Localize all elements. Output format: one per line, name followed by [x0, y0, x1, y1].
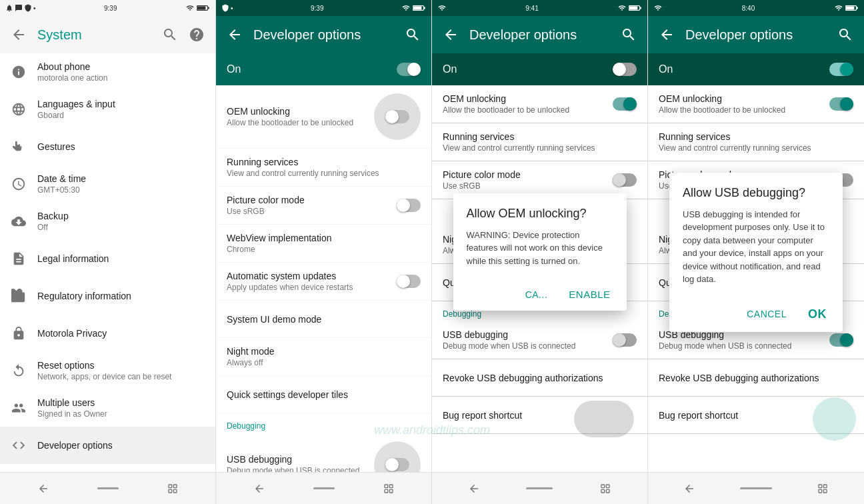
picture-color-toggle[interactable]	[397, 199, 421, 212]
settings-item-datetime[interactable]: Date & time GMT+05:30	[0, 165, 215, 203]
legal-icon	[11, 251, 27, 267]
clock-icon	[11, 176, 27, 192]
settings-item-system-updates[interactable]: System updates Updated to Android 9	[0, 464, 215, 472]
help-button-1[interactable]	[189, 27, 205, 43]
settings-list-1: About phone motorola one action Language…	[0, 53, 215, 472]
settings-item-developer[interactable]: Developer options	[0, 427, 215, 464]
settings-item-datetime-title: Date & time	[37, 173, 205, 184]
nav-recents-2[interactable]	[378, 478, 399, 499]
back-button-1[interactable]	[11, 27, 27, 43]
settings-item-users-title: Multiple users	[37, 397, 205, 408]
svg-rect-4	[173, 485, 177, 488]
app-bar-title-2: Developer options	[253, 27, 394, 43]
dev-row-webview[interactable]: WebView implementation Chrome	[216, 225, 431, 263]
nav-back-2[interactable]	[249, 478, 270, 499]
settings-item-backup-subtitle: Off	[37, 223, 205, 232]
settings-item-regulatory[interactable]: Regulatory information	[0, 277, 215, 315]
oem-dialog-backdrop: Allow OEM unlocking? WARNING: Device pro…	[432, 0, 647, 504]
settings-item-gestures[interactable]: Gestures	[0, 128, 215, 165]
panel-developer-oem-dialog: 9:41 Developer options On OEM unlockingA…	[432, 0, 648, 504]
usb-ok-button[interactable]: OK	[800, 302, 835, 327]
settings-item-languages[interactable]: Languages & input Gboard	[0, 91, 215, 128]
settings-item-motorola-privacy[interactable]: Motorola Privacy	[0, 315, 215, 352]
settings-item-about-phone[interactable]: About phone motorola one action	[0, 53, 215, 91]
nav-recents-1[interactable]	[162, 478, 183, 499]
settings-item-legal-content: Legal information	[37, 253, 205, 264]
motorola-icon	[11, 325, 27, 341]
bottom-nav-1	[0, 472, 215, 504]
auto-updates-toggle-thumb	[397, 275, 410, 288]
settings-item-backup-content: Backup Off	[37, 211, 205, 232]
vpn-icon-1	[24, 4, 32, 12]
dot-1: •	[33, 5, 36, 12]
settings-item-legal[interactable]: Legal information	[0, 240, 215, 277]
settings-item-reset-title: Reset options	[37, 360, 205, 371]
panel-system-settings: • 9:39 System About phone motorola o	[0, 0, 216, 504]
status-left-icons-2: •	[221, 4, 233, 12]
settings-item-backup-title: Backup	[37, 211, 205, 221]
dev-row-oem-subtitle: Allow the bootloader to be unlocked	[227, 118, 374, 127]
oem-toggle[interactable]	[385, 110, 409, 123]
dev-row-oem[interactable]: OEM unlocking Allow the bootloader to be…	[216, 85, 431, 149]
developer-toggle-2[interactable]	[397, 63, 421, 76]
on-row-2[interactable]: On	[216, 53, 431, 85]
picture-color-toggle-thumb	[397, 199, 410, 212]
dev-row-quick-tiles[interactable]: Quick settings developer tiles	[216, 376, 431, 413]
backup-icon	[11, 213, 27, 229]
battery-icon-1	[197, 4, 210, 12]
settings-item-gestures-content: Gestures	[37, 141, 205, 152]
svg-rect-12	[385, 489, 388, 493]
dev-row-oem-content: OEM unlocking Allow the bootloader to be…	[227, 106, 374, 127]
developer-options-list: OEM unlocking Allow the bootloader to be…	[216, 85, 431, 472]
dev-row-picture-color-subtitle: Use sRGB	[227, 207, 397, 216]
settings-item-about-phone-title: About phone	[37, 61, 205, 72]
settings-item-developer-title: Developer options	[37, 440, 205, 451]
nav-home-1[interactable]	[97, 487, 119, 489]
dev-row-usb-debug-content: USB debugging Debug mode when USB is con…	[227, 454, 374, 472]
nav-home-2[interactable]	[313, 487, 335, 489]
dev-row-picture-color[interactable]: Picture color mode Use sRGB	[216, 187, 431, 225]
svg-rect-11	[389, 485, 393, 488]
settings-item-developer-content: Developer options	[37, 440, 205, 451]
nav-back-1[interactable]	[33, 478, 54, 499]
toggle-thumb-2	[407, 63, 421, 76]
oem-enable-button[interactable]: Enable	[561, 283, 618, 305]
debugging-section-header: Debugging	[216, 413, 431, 433]
settings-item-backup[interactable]: Backup Off	[0, 203, 215, 240]
usb-dialog-body: USB debugging is intended for developmen…	[669, 208, 843, 297]
dev-row-night-mode[interactable]: Night mode Always off	[216, 338, 431, 376]
dev-row-ui-demo[interactable]: System UI demo mode	[216, 301, 431, 338]
enable-circle-highlight	[574, 401, 634, 437]
bottom-nav-2	[216, 472, 431, 504]
on-label-2: On	[227, 63, 397, 75]
auto-updates-toggle[interactable]	[397, 275, 421, 288]
oem-cancel-button[interactable]: Ca...	[517, 283, 556, 305]
search-button-1[interactable]	[162, 27, 178, 43]
usb-cancel-button[interactable]: Cancel	[739, 302, 795, 327]
settings-item-users[interactable]: Multiple users Signed in as Owner	[0, 389, 215, 427]
svg-rect-2	[197, 7, 206, 10]
search-button-2[interactable]	[405, 27, 421, 43]
settings-item-languages-subtitle: Gboard	[37, 111, 205, 120]
dev-row-night-mode-subtitle: Always off	[227, 358, 421, 367]
dev-row-quick-tiles-title: Quick settings developer tiles	[227, 389, 421, 400]
settings-item-motorola-privacy-content: Motorola Privacy	[37, 328, 205, 339]
back-button-2[interactable]	[227, 27, 243, 43]
dev-row-running[interactable]: Running services View and control curren…	[216, 149, 431, 187]
svg-rect-13	[389, 489, 393, 493]
dev-row-auto-updates[interactable]: Automatic system updates Apply updates w…	[216, 263, 431, 301]
dev-row-usb-debug[interactable]: USB debugging Debug mode when USB is con…	[216, 433, 431, 472]
settings-item-reset[interactable]: Reset options Network, apps, or device c…	[0, 352, 215, 389]
dev-row-oem-title: OEM unlocking	[227, 106, 374, 117]
dev-row-running-title: Running services	[227, 157, 421, 167]
svg-rect-9	[413, 7, 422, 10]
usb-toggle[interactable]	[385, 458, 409, 471]
battery-icon-2	[413, 4, 426, 12]
dev-row-usb-debug-subtitle: Debug mode when USB is connected	[227, 466, 374, 472]
language-icon	[11, 101, 27, 117]
reset-icon	[11, 363, 27, 379]
settings-item-gestures-title: Gestures	[37, 141, 205, 152]
oem-dialog: Allow OEM unlocking? WARNING: Device pro…	[453, 193, 627, 311]
dev-row-picture-color-content: Picture color mode Use sRGB	[227, 195, 397, 216]
settings-item-languages-content: Languages & input Gboard	[37, 99, 205, 120]
